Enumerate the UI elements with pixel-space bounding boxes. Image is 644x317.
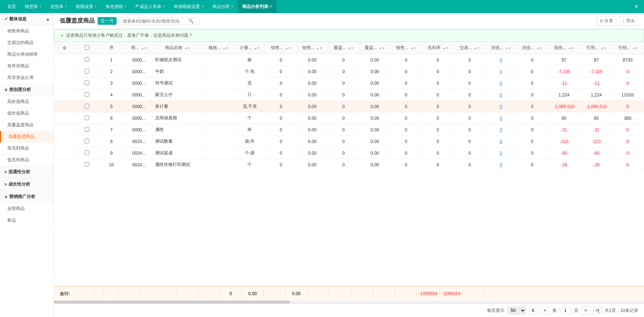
- nav-item-analysis[interactable]: 商品分析 ×: [208, 0, 238, 13]
- th-gross-rate[interactable]: 毛利率 ▲▼: [422, 42, 454, 54]
- cell-view1-7[interactable]: 0: [485, 136, 517, 147]
- th-sales-amt[interactable]: 销售... ▲▼: [297, 42, 328, 54]
- cell-checkbox-3[interactable]: [76, 89, 98, 101]
- nav-close-permissions[interactable]: ×: [95, 0, 97, 13]
- nav-item-permissions[interactable]: 权限设置 ×: [71, 0, 101, 13]
- collapse-sidebar-icon[interactable]: «: [46, 16, 49, 22]
- next-page-btn[interactable]: >: [581, 306, 590, 315]
- cell-view1-6[interactable]: 0: [485, 124, 517, 136]
- time-filter-btn[interactable]: 近一月: [98, 17, 117, 25]
- cell-view1-5[interactable]: 0: [485, 112, 517, 124]
- cell-checkbox-4[interactable]: [76, 101, 98, 112]
- sidebar-item-all-goods[interactable]: 全部商品: [0, 203, 54, 215]
- cell-checkbox-0[interactable]: [76, 54, 98, 66]
- cell-checkbox-7[interactable]: [76, 136, 98, 147]
- cell-view1-4[interactable]: 0: [485, 101, 517, 112]
- close-window-icon[interactable]: ×: [631, 3, 641, 11]
- sidebar-item-in-stock[interactable]: 有库存商品: [0, 60, 54, 72]
- th-code[interactable]: 商... ▲▼: [125, 42, 153, 54]
- nav-close-sales[interactable]: ×: [39, 0, 42, 13]
- prev-page-btn[interactable]: <: [541, 306, 549, 315]
- nav-item-templates[interactable]: 单据模板设置 ×: [169, 0, 208, 13]
- th-view1[interactable]: 浏览... ▲▼: [485, 42, 517, 54]
- th-sales-qty[interactable]: 销售... ▲▼: [265, 42, 297, 54]
- cell-checkbox-9[interactable]: [76, 159, 98, 171]
- sidebar-item-category-rate[interactable]: 商品分类动销率: [0, 49, 54, 60]
- th-sales-rate[interactable]: 销售... ▲▼: [390, 42, 422, 54]
- th-available[interactable]: 可用... ▲▼: [580, 42, 613, 54]
- nav-close-analysis-list[interactable]: ×: [270, 0, 272, 13]
- row-checkbox-9[interactable]: [85, 162, 89, 167]
- per-page-select[interactable]: 50 100 200: [507, 306, 526, 314]
- share-button[interactable]: ⎘ 分享: [597, 16, 616, 26]
- row-checkbox-8[interactable]: [85, 150, 89, 155]
- sidebar-item-new-goods[interactable]: 新品: [0, 215, 54, 226]
- nav-item-roles[interactable]: 角色授权 ×: [101, 0, 131, 13]
- row-checkbox-2[interactable]: [85, 80, 89, 85]
- th-unit[interactable]: 计量... ▲▼: [234, 42, 265, 54]
- first-page-btn[interactable]: K: [529, 306, 538, 315]
- sidebar-item-capital[interactable]: 库存资金占用: [0, 72, 54, 84]
- cell-view1-0[interactable]: 0: [485, 54, 517, 66]
- nav-item-analysis-list[interactable]: 商品分析列表 ×: [238, 0, 276, 13]
- sidebar-section-category[interactable]: ∨ 类别度分析: [0, 84, 54, 96]
- sidebar-section-overall[interactable]: ✓ 整体信息 «: [0, 13, 54, 25]
- cell-checkbox-5[interactable]: [76, 112, 98, 124]
- th-view2[interactable]: 浏览... ▲▼: [517, 42, 548, 54]
- row-checkbox-1[interactable]: [85, 69, 89, 74]
- select-all-checkbox[interactable]: [85, 45, 89, 50]
- row-checkbox-7[interactable]: [85, 139, 89, 143]
- th-settings[interactable]: ⚙: [54, 42, 76, 54]
- sidebar-item-traded-goods[interactable]: 交易过的商品: [0, 37, 54, 49]
- row-checkbox-4[interactable]: [85, 104, 89, 108]
- page-number-input[interactable]: [559, 307, 571, 314]
- cell-view1-9[interactable]: 0: [485, 159, 517, 171]
- nav-close-analysis[interactable]: ×: [231, 0, 233, 13]
- sidebar-item-low-coverage[interactable]: 低覆盖度商品: [0, 131, 54, 143]
- cell-unit-0: 箱: [234, 54, 265, 66]
- cell-view1-2[interactable]: 0: [485, 78, 517, 89]
- row-checkbox-5[interactable]: [85, 115, 89, 120]
- cell-checkbox-8[interactable]: [76, 147, 98, 159]
- cell-checkbox-2[interactable]: [76, 78, 98, 89]
- search-input[interactable]: [123, 19, 188, 24]
- nav-item-sales[interactable]: 销货单 ×: [20, 0, 46, 13]
- th-spec[interactable]: 规格... ▲▼: [203, 42, 234, 54]
- row-checkbox-0[interactable]: [85, 57, 89, 62]
- th-trade[interactable]: 交易... ▲▼: [454, 42, 485, 54]
- cell-view1-3[interactable]: 0: [485, 89, 517, 101]
- sidebar-item-low-gross[interactable]: 低毛利商品: [0, 154, 54, 166]
- th-coverage2[interactable]: 覆盖... ▲▼: [359, 42, 390, 54]
- sidebar-item-high-gross[interactable]: 高毛利商品: [0, 143, 54, 154]
- sidebar-section-growth[interactable]: > 成长性分析: [0, 178, 54, 191]
- nav-close-templates[interactable]: ×: [201, 0, 204, 13]
- th-checkbox[interactable]: [76, 42, 98, 54]
- sidebar-item-sales-goods[interactable]: 销售类商品: [0, 25, 54, 37]
- nav-close-products[interactable]: ×: [163, 0, 165, 13]
- nav-close-roles[interactable]: ×: [125, 0, 127, 13]
- row-checkbox-6[interactable]: [85, 127, 89, 132]
- horizontal-scrollbar[interactable]: [54, 301, 644, 304]
- sidebar-item-high-coverage[interactable]: 高覆盖度商品: [0, 119, 54, 131]
- nav-item-home[interactable]: 首页: [3, 0, 20, 13]
- th-current[interactable]: 现有... ▲▼: [548, 42, 580, 54]
- th-saleable[interactable]: 可销... ▲▼: [612, 42, 644, 54]
- sidebar-item-high-value[interactable]: 高价值商品: [0, 96, 54, 108]
- th-coverage1[interactable]: 覆盖... ▲▼: [328, 42, 359, 54]
- cell-sales-qty-2: 0: [265, 78, 297, 89]
- sidebar-item-low-value[interactable]: 低价值商品: [0, 108, 54, 119]
- export-button[interactable]: ↑ 导出: [619, 16, 638, 26]
- cell-checkbox-1[interactable]: [76, 66, 98, 78]
- sidebar-section-marketing[interactable]: ∨ 营销推广分析: [0, 191, 54, 203]
- cell-checkbox-6[interactable]: [76, 124, 98, 136]
- last-page-btn[interactable]: >|: [593, 306, 602, 315]
- cell-view1-8[interactable]: 0: [485, 147, 517, 159]
- search-icon[interactable]: 🔍: [188, 19, 194, 24]
- cell-view1-1[interactable]: 0: [485, 66, 517, 78]
- row-checkbox-3[interactable]: [85, 92, 89, 97]
- nav-item-purchase[interactable]: 进货单 ×: [46, 0, 71, 13]
- nav-item-products[interactable]: 产成品入库单 ×: [131, 0, 169, 13]
- sidebar-section-flow[interactable]: > 流通性分析: [0, 166, 54, 178]
- th-name[interactable]: 商品名称 ▲▼: [153, 42, 203, 54]
- nav-close-purchase[interactable]: ×: [65, 0, 67, 13]
